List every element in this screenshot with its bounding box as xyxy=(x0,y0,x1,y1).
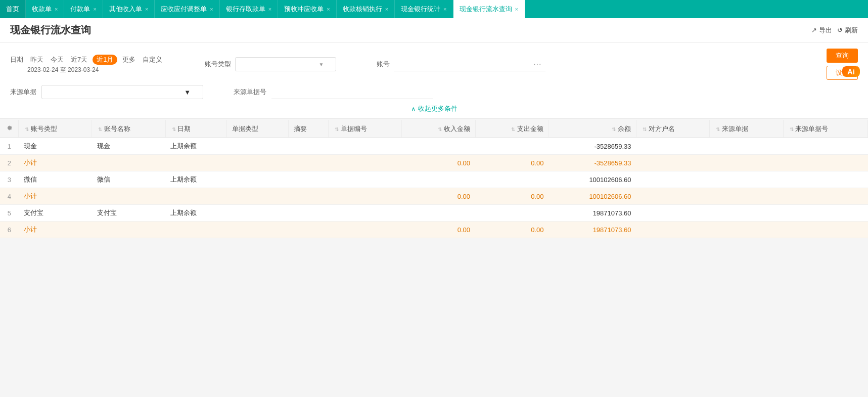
cell-expense: 0.00 xyxy=(475,188,549,205)
collapse-bar[interactable]: ∧ 收起更多条件 xyxy=(10,102,858,114)
th-account-name[interactable]: ⇅ 账号名称 xyxy=(92,120,165,138)
th-income[interactable]: ⇅ 收入金额 xyxy=(402,120,475,138)
refresh-button[interactable]: ↺ 刷新 xyxy=(837,26,858,35)
close-icon[interactable]: × xyxy=(327,6,330,12)
nav-tab-flow[interactable]: 现金银行流水查询 × xyxy=(453,0,525,18)
table-row: 2 小计 0.00 0.00 -3528659.33 xyxy=(0,155,868,171)
sort-icon: ⇅ xyxy=(643,126,647,132)
close-icon[interactable]: × xyxy=(268,6,271,12)
sort-icon: ⇅ xyxy=(716,126,720,132)
th-counterparty[interactable]: ⇅ 对方户名 xyxy=(636,120,710,138)
date-filter-label: 日期 xyxy=(10,55,23,64)
stats-tab-label: 现金银行统计 xyxy=(401,5,440,14)
cell-account-name: 微信 xyxy=(92,171,165,188)
chevron-down-icon: ▼ xyxy=(319,62,324,67)
settings-icon[interactable] xyxy=(5,124,13,132)
nav-tab-payments[interactable]: 付款单 × xyxy=(64,0,103,18)
account-no-input[interactable]: ··· xyxy=(394,57,545,71)
cell-expense: 0.00 xyxy=(475,155,549,171)
cell-source-doc xyxy=(710,138,783,155)
ai-badge[interactable]: Ai xyxy=(842,66,860,77)
nav-tab-bank-deposit[interactable]: 银行存取款单 × xyxy=(220,0,278,18)
cell-summary xyxy=(289,171,329,188)
query-button[interactable]: 查询 xyxy=(827,49,858,63)
nav-tab-receipts[interactable]: 收款单 × xyxy=(26,0,64,18)
cell-summary xyxy=(289,138,329,155)
cell-expense xyxy=(475,138,549,155)
date-opt-today[interactable]: 今天 xyxy=(49,55,66,65)
account-type-select[interactable]: ▼ xyxy=(235,57,336,71)
date-opt-1month[interactable]: 近1月 xyxy=(93,55,117,65)
cell-summary xyxy=(289,205,329,222)
account-no-label: 账号 xyxy=(377,60,390,69)
cell-income: 0.00 xyxy=(402,155,475,171)
cell-doc-type xyxy=(226,188,288,205)
cell-doc-no xyxy=(328,171,401,188)
nav-tab-other-income[interactable]: 其他收入单 × xyxy=(103,0,155,18)
source-doc-no-input[interactable] xyxy=(271,85,433,99)
cell-date xyxy=(165,188,226,205)
cell-account-name xyxy=(92,188,165,205)
cell-expense: 0.00 xyxy=(475,222,549,238)
date-range-text: 2023-02-24 至 2023-03-24 xyxy=(27,66,99,73)
cell-doc-no xyxy=(328,155,401,171)
date-opt-custom[interactable]: 自定义 xyxy=(141,55,164,65)
bank-deposit-tab-label: 银行存取款单 xyxy=(226,5,265,14)
cell-counterparty xyxy=(636,171,710,188)
export-button[interactable]: ↗ 导出 xyxy=(811,26,832,35)
source-doc-select[interactable]: ▼ xyxy=(41,85,203,99)
filter-area: 日期 昨天 今天 近7天 近1月 更多 自定义 2023-02-24 至 202… xyxy=(0,42,868,119)
payments-tab-label: 付款单 xyxy=(70,5,90,14)
th-account-type[interactable]: ⇅ 账号类型 xyxy=(19,120,92,138)
cell-balance: -3528659.33 xyxy=(549,155,636,171)
cell-summary xyxy=(289,155,329,171)
close-icon[interactable]: × xyxy=(93,6,96,12)
cell-income xyxy=(402,171,475,188)
nav-tab-verify[interactable]: 收款核销执行 × xyxy=(337,0,395,18)
cell-source-doc-no xyxy=(783,188,867,205)
nav-tab-adjustment[interactable]: 应收应付调整单 × xyxy=(155,0,219,18)
date-opt-7days[interactable]: 近7天 xyxy=(69,55,89,65)
close-icon[interactable]: × xyxy=(443,6,446,12)
cell-balance: 100102606.60 xyxy=(549,171,636,188)
sort-icon: ⇅ xyxy=(25,126,29,132)
close-icon[interactable]: × xyxy=(55,6,58,12)
data-table: ⇅ 账号类型 ⇅ 账号名称 ⇅ 日期 单据类型 摘要 ⇅ xyxy=(0,120,868,238)
th-doc-no[interactable]: ⇅ 单据编号 xyxy=(328,120,401,138)
th-expense[interactable]: ⇅ 支出金额 xyxy=(475,120,549,138)
cell-date: 上期余额 xyxy=(165,171,226,188)
th-source-doc-no[interactable]: ⇅ 来源单据号 xyxy=(783,120,867,138)
cell-source-doc xyxy=(710,222,783,238)
cell-doc-type xyxy=(226,138,288,155)
cell-doc-no xyxy=(328,205,401,222)
source-doc-label: 来源单据 xyxy=(10,87,36,97)
account-type-filter: 账号类型 ▼ xyxy=(205,57,336,71)
th-balance[interactable]: ⇅ 余额 xyxy=(549,120,636,138)
date-opt-more[interactable]: 更多 xyxy=(120,55,138,65)
th-source-doc[interactable]: ⇅ 来源单据 xyxy=(710,120,783,138)
date-opt-yesterday[interactable]: 昨天 xyxy=(28,55,45,65)
sort-icon: ⇅ xyxy=(511,126,515,132)
cell-date: 上期余额 xyxy=(165,205,226,222)
more-dots-icon[interactable]: ··· xyxy=(533,60,541,69)
nav-tab-stats[interactable]: 现金银行统计 × xyxy=(395,0,453,18)
cell-source-doc xyxy=(710,205,783,222)
close-icon[interactable]: × xyxy=(385,6,388,12)
cell-summary xyxy=(289,188,329,205)
flow-tab-label: 现金银行流水查询 xyxy=(460,5,512,14)
adjustment-tab-label: 应收应付调整单 xyxy=(161,5,207,14)
data-table-container: ⇅ 账号类型 ⇅ 账号名称 ⇅ 日期 单据类型 摘要 ⇅ xyxy=(0,120,868,238)
cell-income xyxy=(402,205,475,222)
close-icon[interactable]: × xyxy=(515,6,518,12)
source-doc-no-label: 来源单据号 xyxy=(234,87,266,97)
cell-doc-no xyxy=(328,222,401,238)
nav-tab-prepay[interactable]: 预收冲应收单 × xyxy=(278,0,336,18)
close-icon[interactable]: × xyxy=(210,6,213,12)
row-index: 4 xyxy=(0,188,19,205)
cell-expense xyxy=(475,205,549,222)
nav-tab-home[interactable]: 首页 xyxy=(0,0,26,18)
close-icon[interactable]: × xyxy=(145,6,148,12)
th-date[interactable]: ⇅ 日期 xyxy=(165,120,226,138)
table-row: 6 小计 0.00 0.00 19871073.60 xyxy=(0,222,868,238)
date-options: 昨天 今天 近7天 近1月 更多 自定义 xyxy=(28,55,164,65)
